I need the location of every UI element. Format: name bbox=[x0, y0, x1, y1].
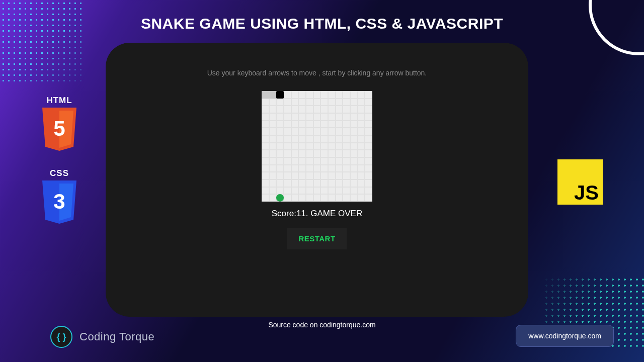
snake-segment bbox=[269, 91, 277, 99]
js-badge: JS bbox=[557, 159, 603, 205]
decorative-circle-tr bbox=[589, 0, 644, 55]
game-panel: Use your keyboard arrows to move , start… bbox=[106, 43, 528, 317]
brand-logo-icon: { } bbox=[50, 326, 72, 348]
css3-label: CSS bbox=[50, 168, 69, 178]
css3-icon: 3 bbox=[39, 180, 79, 226]
svg-text:3: 3 bbox=[53, 190, 65, 213]
source-line: Source code on codingtorque.com bbox=[268, 321, 375, 329]
snake-segment bbox=[262, 91, 269, 99]
html5-badge: HTML 5 bbox=[39, 96, 79, 153]
svg-text:5: 5 bbox=[53, 117, 65, 140]
food bbox=[276, 194, 284, 202]
js-icon: JS bbox=[557, 159, 603, 205]
snake-head bbox=[276, 91, 284, 99]
status-text: Score:11. GAME OVER bbox=[272, 209, 362, 219]
decorative-dots-tl bbox=[0, 0, 86, 85]
svg-text:JS: JS bbox=[574, 182, 599, 204]
brand: { } Coding Torque bbox=[50, 326, 154, 348]
instruction-text: Use your keyboard arrows to move , start… bbox=[207, 69, 427, 77]
page-title: SNAKE GAME USING HTML, CSS & JAVASCRIPT bbox=[141, 15, 503, 32]
url-pill[interactable]: www.codingtorque.com bbox=[516, 325, 614, 347]
html5-icon: 5 bbox=[39, 108, 79, 153]
html5-label: HTML bbox=[46, 96, 72, 106]
brand-name: Coding Torque bbox=[79, 330, 154, 343]
restart-button[interactable]: RESTART bbox=[287, 228, 346, 249]
css3-badge: CSS 3 bbox=[39, 168, 79, 226]
game-board[interactable] bbox=[262, 91, 372, 202]
